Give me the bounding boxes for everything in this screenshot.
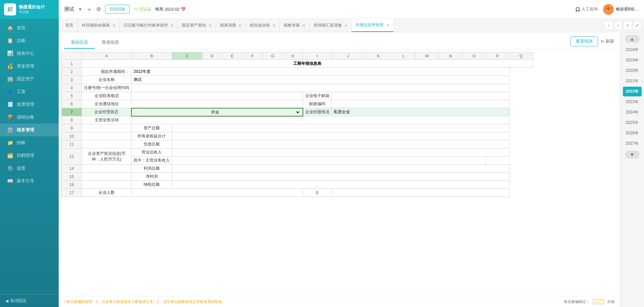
year-item-2026年[interactable]: 2026年 [623,128,642,138]
tab-label: 科目辅助余额表 [82,23,110,28]
cell[interactable]: 开业 [131,108,303,116]
sidebar-item-资金管理[interactable]: 💰资金管理 [0,60,59,73]
sidebar-item-发票管理[interactable]: 🧾发票管理 [0,98,59,111]
switch-old-btn[interactable]: 切到旧版 [105,5,130,14]
sidebar-item-总账[interactable]: 📋总账 [0,34,59,47]
year-item-2018年[interactable]: 2018年 [623,45,642,55]
tab-close-btn[interactable]: × [209,23,211,28]
tab-close-btn[interactable]: × [113,23,115,28]
business-status-dropdown[interactable]: 开业 [134,109,301,115]
cell [82,181,131,189]
sidebar-item-报表中心[interactable]: 📊报表中心 [0,47,59,60]
tab-8[interactable]: 年报信息申报表× [352,19,393,32]
sidebar-item-固定资产[interactable]: 🏢固定资产 [0,73,59,85]
tab-close-btn[interactable]: × [171,23,173,28]
tab-0[interactable]: 首页 [61,19,78,32]
subtab-1[interactable]: 其他信息 [95,37,126,49]
tab-scroll-right-btn[interactable]: › [614,21,623,30]
cell [82,165,131,173]
year-panel: ▲ 2018年2019年2020年2021年2022年2023年2024年202… [620,32,644,307]
user-menu[interactable]: 🐯 畅捷通B组… [603,4,639,15]
topbar-add-btn[interactable]: ＋ [86,6,92,12]
col-header-A: A [82,52,131,60]
sidebar-item-进销台账[interactable]: 📦进销台账 [0,111,59,124]
cell [131,189,303,197]
sidebar-item-结账[interactable]: 📁结账 [0,136,59,149]
cell: 企业资产状况信息(币种：人民币万元) [82,148,131,165]
year-item-2027年[interactable]: 2027年 [623,139,642,148]
topbar-settings-btn[interactable]: ⚙ [96,6,101,12]
nav-icon: 🏢 [7,76,13,82]
year-item-2022年[interactable]: 2022年 [623,87,642,96]
row-num-2: 2 [62,68,82,76]
cell: 营业总收入 [131,148,172,157]
tab-close-btn[interactable]: × [303,23,305,28]
nav-label: 报表中心 [17,50,34,56]
cell [172,124,509,132]
row-num-4: 4 [62,84,82,92]
subtab-0[interactable]: 基础信息 [64,37,95,49]
tab-expand-btn[interactable]: ⤢ [633,21,641,30]
cell [131,116,509,124]
row-num-14: 14 [62,165,82,173]
col-header-P: P [486,52,509,60]
year-scroll-down-btn[interactable]: ▼ [625,150,640,159]
cell: 2022年度 [131,68,509,76]
help-btn[interactable]: 🎧 人工咨询 [575,6,598,12]
tab-close-btn[interactable]: × [239,23,241,28]
topbar: 测试 ▼ ＋ ⚙ 切到旧版 🛡 已认证 账期 2023-02 📅 🎧 人工咨询 … [59,0,644,19]
year-item-2023年[interactable]: 2023年 [623,97,642,107]
cell: 企业电子邮箱 [303,92,332,100]
sidebar-item-首页[interactable]: 🏠首页 [0,21,59,34]
topbar-title: 测试 [64,6,74,12]
year-scroll-up-btn[interactable]: ▲ [625,35,640,43]
tab-close-btn[interactable]: × [386,23,389,28]
cell: 利润总额 [131,165,172,173]
row-num-6: 6 [62,100,82,108]
tab-4[interactable]: 税表清册× [216,19,246,32]
year-item-2025年[interactable]: 2025年 [623,118,642,128]
topbar-dropdown-icon[interactable]: ▼ [78,7,82,12]
year-item-2021年[interactable]: 2021年 [623,76,642,86]
tab-label: 首页 [65,23,73,28]
sidebar-item-新手引导[interactable]: 📖新手引导 [0,175,59,187]
row-num-12: 12 [62,148,82,165]
calendar-icon[interactable]: 📅 [181,7,186,12]
tab-7[interactable]: 所得税汇算清缴× [310,19,352,32]
reset-btn[interactable]: 重置报表 [571,36,598,46]
cell: 从业人数 [82,189,131,197]
sidebar-item-税务管理[interactable]: 🏛️税务管理 [0,124,59,136]
tab-close-btn[interactable]: × [273,23,275,28]
sheet-table: ABCDEFGHIJKLMNOPQ1工商年报信息表2税款所属期间：2022年度3… [61,52,533,197]
certified-label: 已认证 [139,6,151,12]
tab-6[interactable]: 税检专家× [280,19,310,32]
year-item-2020年[interactable]: 2020年 [623,66,642,76]
cell [172,140,509,148]
tab-label: 税检专家 [284,23,300,28]
nav-label: 资金管理 [17,63,34,69]
sidebar-item-工资[interactable]: 👤工资 [0,85,59,98]
tab-5[interactable]: 税负波动表× [246,19,280,32]
tab-close-btn[interactable]: × [344,23,347,28]
spreadsheet-container[interactable]: ABCDEFGHIJKLMNOPQ1工商年报信息表2税款所属期间：2022年度3… [59,49,620,296]
cell: 净利润 [131,173,172,181]
year-item-2019年[interactable]: 2019年 [623,55,642,65]
tab-scroll-left-btn[interactable]: ‹ [604,21,613,30]
refresh-icon: ↻ [601,39,604,44]
tab-1[interactable]: 科目辅助余额表× [78,19,120,32]
year-item-2024年[interactable]: 2024年 [623,107,642,117]
tab-2[interactable]: 日记账与银行对账单核对× [120,19,178,32]
cancel-fixed-btn[interactable]: ◀ 取消固定 [0,294,59,307]
cell [82,124,131,132]
sidebar-item-归档管理[interactable]: 🗂️归档管理 [0,149,59,162]
col-header-L: L [392,52,415,60]
nav-icon: 🗂️ [7,152,13,159]
cell: 企业名称 [82,76,131,84]
refresh-btn[interactable]: ↻ 刷新 [601,38,614,44]
cell [172,148,509,157]
sidebar-item-设置[interactable]: ⚙️设置 [0,162,59,175]
tab-close-all-btn[interactable]: × [623,21,632,30]
tab-label: 日记账与银行对账单核对 [124,23,168,28]
cancel-fixed-label: 取消固定 [10,298,26,304]
tab-3[interactable]: 固定资产类别× [178,19,216,32]
